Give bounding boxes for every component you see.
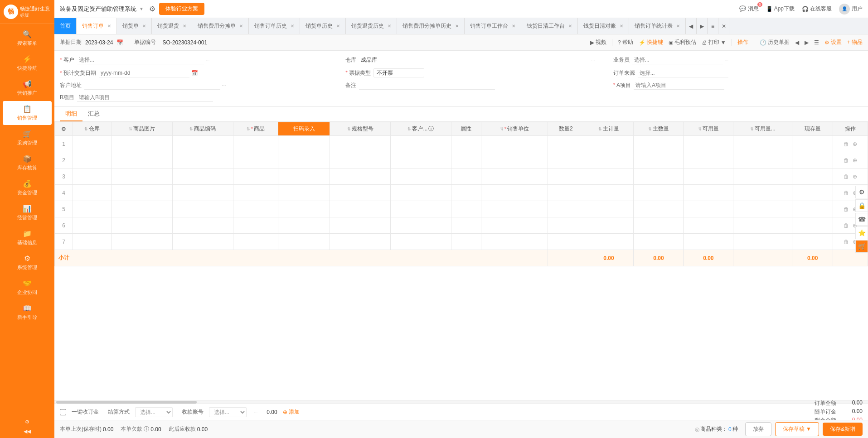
row-spec[interactable]	[330, 201, 391, 217]
message-badge[interactable]: 💬 5 消息	[739, 5, 758, 13]
row-property[interactable]	[451, 185, 481, 201]
sidebar-item-finance[interactable]: 💰 资金管理	[0, 176, 54, 200]
row-qty2[interactable]	[548, 201, 584, 217]
row-unit[interactable]	[481, 185, 548, 201]
order-source-input[interactable]	[638, 69, 728, 77]
tab-close-icon[interactable]: ✕	[142, 24, 146, 29]
row-scan[interactable]	[278, 201, 330, 217]
row-available-qty[interactable]	[684, 152, 733, 168]
row-available-qty[interactable]	[684, 201, 733, 217]
row-warehouse[interactable]	[73, 168, 112, 185]
delivery-date-calendar-icon[interactable]: 📅	[191, 70, 198, 76]
row-customer[interactable]	[390, 234, 451, 250]
row-main-unit[interactable]	[584, 234, 634, 250]
row-available-qty2[interactable]	[733, 201, 792, 217]
row-scan[interactable]	[278, 136, 330, 152]
row-main-qty[interactable]	[634, 168, 684, 185]
row-spec[interactable]	[330, 152, 391, 168]
row-qty2[interactable]	[548, 136, 584, 152]
row-current-qty[interactable]	[792, 152, 833, 168]
row-goods[interactable]	[233, 152, 278, 168]
next-record-btn[interactable]: ▶	[805, 39, 809, 46]
delete-icon[interactable]: 🗑	[844, 222, 849, 229]
row-scan[interactable]	[278, 168, 330, 185]
row-qty2[interactable]	[548, 168, 584, 185]
tab-sales-return[interactable]: 销货退货 ✕	[152, 18, 192, 34]
sidebar-item-guide[interactable]: 📖 新手引导	[0, 300, 54, 324]
float-btn-4[interactable]: ⭐	[855, 226, 868, 239]
row-unit[interactable]	[481, 152, 548, 168]
tab-daily-reconcile[interactable]: 钱货日清对账 ✕	[578, 18, 629, 34]
row-available-qty[interactable]	[684, 234, 733, 250]
row-code[interactable]	[172, 152, 233, 168]
row-qty2[interactable]	[548, 217, 584, 234]
row-main-qty[interactable]	[634, 152, 684, 168]
row-goods[interactable]	[233, 168, 278, 185]
sidebar-item-search[interactable]: 🔍 搜索菜单	[0, 26, 54, 50]
tab-close-icon[interactable]: ✕	[107, 24, 111, 29]
sidebar-item-management[interactable]: 📊 经营管理	[0, 201, 54, 225]
row-spec[interactable]	[330, 217, 391, 234]
tab-prev-btn[interactable]: ◀	[686, 18, 697, 34]
row-warehouse[interactable]	[73, 136, 112, 152]
history-btn[interactable]: 🕐 历史单据	[760, 39, 790, 46]
row-warehouse[interactable]	[73, 217, 112, 234]
row-goods[interactable]	[233, 201, 278, 217]
tab-close-icon[interactable]: ✕	[291, 24, 294, 29]
a-project-input[interactable]	[634, 81, 724, 90]
row-available-qty[interactable]	[684, 217, 733, 234]
row-property[interactable]	[451, 168, 481, 185]
b-project-input[interactable]	[77, 93, 213, 102]
row-goods[interactable]	[233, 234, 278, 250]
row-goods[interactable]	[233, 185, 278, 201]
tab-close-icon[interactable]: ✕	[239, 24, 243, 29]
copy-icon[interactable]: ⊕	[853, 173, 857, 180]
sidebar-item-sales[interactable]: 📋 销售管理	[3, 101, 52, 125]
row-code[interactable]	[172, 217, 233, 234]
tab-close-icon[interactable]: ✕	[568, 24, 572, 29]
tab-fee-history[interactable]: 销售费用分摊单历史 ✕	[397, 18, 465, 34]
payment-account-select[interactable]: 选择...	[209, 407, 247, 417]
row-main-qty[interactable]	[634, 136, 684, 152]
tab-close-icon[interactable]: ✕	[512, 24, 515, 29]
row-qty2[interactable]	[548, 234, 584, 250]
payment-method-select[interactable]: 选择...	[135, 407, 173, 417]
tab-menu-btn[interactable]: ≡	[708, 18, 718, 34]
row-main-unit[interactable]	[584, 217, 634, 234]
row-code[interactable]	[172, 136, 233, 152]
row-available-qty[interactable]	[684, 168, 733, 185]
row-spec[interactable]	[330, 185, 391, 201]
row-main-unit[interactable]	[584, 136, 634, 152]
sidebar-bottom-collapse[interactable]: ◀◀	[24, 428, 31, 434]
sidebar-item-quick-nav[interactable]: ⚡ 快捷导航	[0, 51, 54, 75]
payment-more-icon[interactable]: ···	[254, 409, 257, 414]
row-unit[interactable]	[481, 201, 548, 217]
detail-tab-detail[interactable]: 明细	[60, 107, 82, 121]
row-scan[interactable]	[278, 185, 330, 201]
row-available-qty2[interactable]	[733, 136, 792, 152]
row-property[interactable]	[451, 152, 481, 168]
sidebar-item-enterprise[interactable]: 🤝 企业协同	[0, 275, 54, 299]
tab-close-icon[interactable]: ✕	[455, 24, 459, 29]
row-code[interactable]	[172, 168, 233, 185]
remark-input[interactable]	[359, 81, 495, 90]
sidebar-item-marketing[interactable]: 📢 营销推广	[0, 76, 54, 100]
solution-button[interactable]: 体验行业方案	[159, 3, 204, 15]
row-main-qty[interactable]	[634, 185, 684, 201]
row-main-unit[interactable]	[584, 152, 634, 168]
row-property[interactable]	[451, 136, 481, 152]
sidebar-item-inventory[interactable]: 📦 库存核算	[0, 151, 54, 175]
row-main-qty[interactable]	[634, 234, 684, 250]
row-scan[interactable]	[278, 234, 330, 250]
row-spec[interactable]	[330, 234, 391, 250]
tab-sales-fee[interactable]: 销售费用分摊单 ✕	[192, 18, 249, 34]
tab-close-icon[interactable]: ✕	[183, 24, 186, 29]
save-new-button[interactable]: 保存&新增	[823, 423, 863, 436]
tab-slip-history[interactable]: 销货单历史 ✕	[300, 18, 346, 34]
row-available-qty2[interactable]	[733, 234, 792, 250]
tab-order-workbench[interactable]: 销售订单工作台 ✕	[465, 18, 521, 34]
salesman-input[interactable]	[632, 56, 723, 64]
row-main-qty[interactable]	[634, 201, 684, 217]
row-available-qty[interactable]	[684, 136, 733, 152]
float-btn-5[interactable]: 🛒	[855, 240, 868, 253]
